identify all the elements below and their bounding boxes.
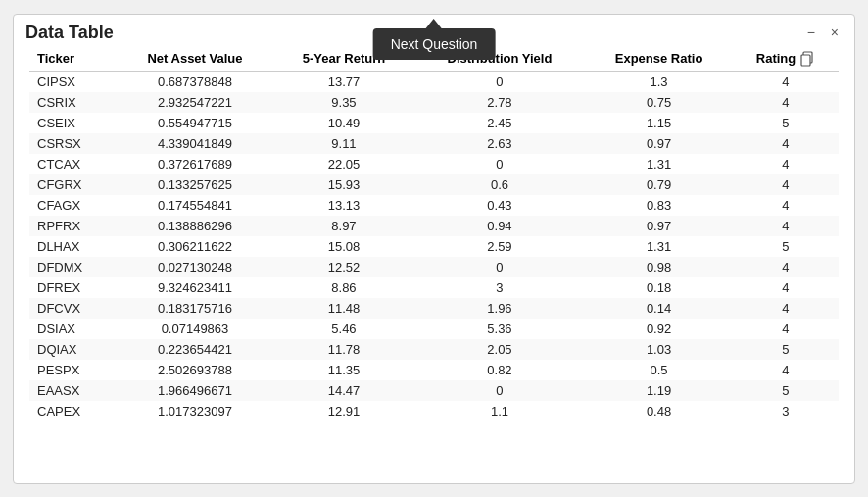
- table-cell: 1.03: [585, 339, 732, 360]
- table-cell: 12.91: [273, 401, 413, 422]
- table-row: CSEIX0.55494771510.492.451.155: [29, 113, 839, 133]
- table-cell: 1.017323097: [117, 401, 274, 422]
- table-cell: 1.966496671: [117, 380, 274, 401]
- table-cell: 1.15: [585, 113, 732, 133]
- table-cell: 0.6: [414, 174, 586, 195]
- table-row: DFCVX0.18317571611.481.960.144: [29, 298, 839, 319]
- table-cell: 0.223654421: [117, 339, 274, 360]
- table-row: EAASX1.96649667114.4701.195: [29, 380, 839, 401]
- table-cell: 0: [414, 72, 586, 93]
- table-row: CFGRX0.13325762515.930.60.794: [29, 174, 839, 195]
- table-cell: DFREX: [29, 277, 117, 298]
- table-cell: CSRSX: [29, 133, 117, 154]
- table-cell: CFAGX: [29, 195, 117, 216]
- table-cell: 10.49: [273, 113, 413, 133]
- table-cell: 4: [733, 195, 839, 216]
- table-cell: 2.78: [414, 92, 586, 113]
- table-cell: RPFRX: [29, 216, 117, 236]
- rating-label: Rating: [756, 51, 796, 66]
- table-cell: 3: [733, 401, 839, 422]
- table-cell: 5: [733, 339, 839, 360]
- table-cell: 0.48: [585, 401, 732, 422]
- table-cell: 4: [733, 257, 839, 277]
- table-row: DQIAX0.22365442111.782.051.035: [29, 339, 839, 360]
- table-cell: 0.174554841: [117, 195, 274, 216]
- copy-icon[interactable]: [799, 51, 815, 67]
- table-cell: 0.687378848: [117, 72, 274, 93]
- table-cell: 0.133257625: [117, 174, 274, 195]
- close-button[interactable]: ×: [827, 23, 843, 42]
- table-cell: 1.3: [585, 72, 732, 93]
- table-cell: 4: [733, 154, 839, 174]
- table-cell: DFDMX: [29, 257, 117, 277]
- table-cell: 4: [733, 298, 839, 319]
- table-cell: 0.07149863: [117, 319, 274, 339]
- table-cell: 0.75: [585, 92, 732, 113]
- table-row: CTCAX0.37261768922.0501.314: [29, 154, 839, 174]
- table-cell: 0.554947715: [117, 113, 274, 133]
- tooltip-arrow: [426, 19, 442, 28]
- table-row: DSIAX0.071498635.465.360.924: [29, 319, 839, 339]
- table-cell: 0.306211622: [117, 236, 274, 257]
- table-cell: 4: [733, 72, 839, 93]
- table-row: CAPEX1.01732309712.911.10.483: [29, 401, 839, 422]
- next-question-button[interactable]: Next Question: [373, 28, 496, 60]
- table-cell: 0.18: [585, 277, 732, 298]
- table-cell: 5: [733, 380, 839, 401]
- table-cell: 12.52: [273, 257, 413, 277]
- next-question-container: Next Question: [373, 19, 496, 60]
- table-cell: 0.138886296: [117, 216, 274, 236]
- table-cell: 9.11: [273, 133, 413, 154]
- table-cell: 8.86: [273, 277, 413, 298]
- table-cell: DFCVX: [29, 298, 117, 319]
- table-cell: 0.79: [585, 174, 732, 195]
- svg-rect-1: [801, 55, 810, 66]
- title-bar: Data Table Next Question − ×: [14, 15, 854, 47]
- table-cell: 1.96: [414, 298, 586, 319]
- table-cell: 2.45: [414, 113, 586, 133]
- table-cell: 15.93: [273, 174, 413, 195]
- table-cell: 13.77: [273, 72, 413, 93]
- table-cell: CSRIX: [29, 92, 117, 113]
- minimize-button[interactable]: −: [803, 23, 819, 42]
- window-title: Data Table: [25, 23, 114, 43]
- table-row: RPFRX0.1388862968.970.940.974: [29, 216, 839, 236]
- table-cell: 4: [733, 216, 839, 236]
- table-row: DFDMX0.02713024812.5200.984: [29, 257, 839, 277]
- table-cell: 0.97: [585, 216, 732, 236]
- table-cell: 5: [733, 113, 839, 133]
- table-row: CSRIX2.9325472219.352.780.754: [29, 92, 839, 113]
- table-cell: CSEIX: [29, 113, 117, 133]
- col-header-rating: Rating: [733, 47, 839, 72]
- table-cell: CTCAX: [29, 154, 117, 174]
- table-cell: 4: [733, 174, 839, 195]
- table-cell: 0: [414, 154, 586, 174]
- table-cell: CAPEX: [29, 401, 117, 422]
- table-cell: 0.97: [585, 133, 732, 154]
- table-row: CIPSX0.68737884813.7701.34: [29, 72, 839, 93]
- table-cell: 3: [414, 277, 586, 298]
- table-cell: 15.08: [273, 236, 413, 257]
- table-cell: 2.05: [414, 339, 586, 360]
- table-cell: 2.59: [414, 236, 586, 257]
- table-cell: 0.027130248: [117, 257, 274, 277]
- table-cell: 2.932547221: [117, 92, 274, 113]
- table-cell: 0.94: [414, 216, 586, 236]
- table-cell: 0.82: [414, 360, 586, 380]
- table-row: PESPX2.50269378811.350.820.54: [29, 360, 839, 380]
- table-cell: 5: [733, 236, 839, 257]
- table-row: DLHAX0.30621162215.082.591.315: [29, 236, 839, 257]
- data-table: Ticker Net Asset Value 5-Year Return Dis…: [29, 47, 839, 422]
- table-cell: 5.36: [414, 319, 586, 339]
- table-cell: CFGRX: [29, 174, 117, 195]
- table-body: CIPSX0.68737884813.7701.34CSRIX2.9325472…: [29, 72, 839, 422]
- title-bar-controls: − ×: [803, 23, 843, 42]
- table-cell: 0.43: [414, 195, 586, 216]
- table-cell: 9.324623411: [117, 277, 274, 298]
- table-cell: 0.5: [585, 360, 732, 380]
- table-cell: DQIAX: [29, 339, 117, 360]
- table-cell: 4: [733, 133, 839, 154]
- table-cell: 4: [733, 92, 839, 113]
- table-cell: 0: [414, 257, 586, 277]
- table-row: CSRSX4.3390418499.112.630.974: [29, 133, 839, 154]
